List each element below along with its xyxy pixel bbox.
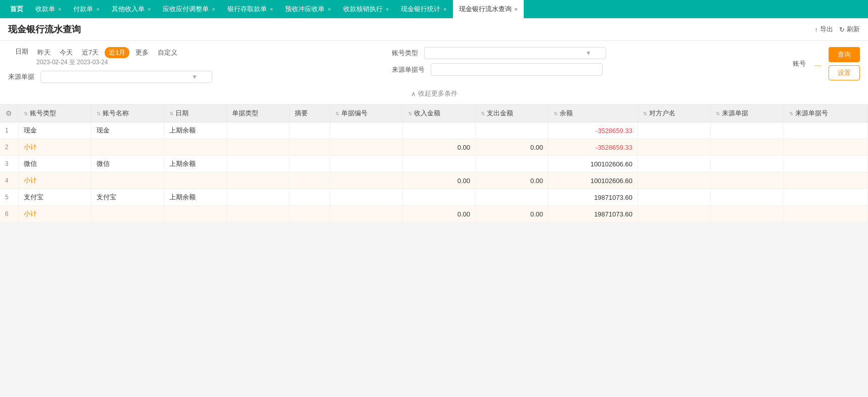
cell-expense: 0.00 bbox=[476, 139, 549, 156]
close-icon[interactable]: × bbox=[212, 6, 215, 12]
settings-button[interactable]: 设置 bbox=[829, 65, 860, 80]
query-button[interactable]: 查询 bbox=[829, 47, 860, 62]
close-icon[interactable]: × bbox=[386, 6, 389, 12]
cell-source-doc bbox=[711, 206, 784, 223]
sort-icon: ⇅ bbox=[554, 111, 558, 116]
close-icon[interactable]: × bbox=[148, 6, 151, 12]
row-number: 3 bbox=[0, 156, 18, 172]
nav-tab-5[interactable]: 预收冲应收单 × bbox=[279, 0, 337, 18]
cell-source-doc-no bbox=[784, 206, 867, 223]
cell-expense: 0.00 bbox=[476, 172, 549, 189]
nav-tab-7[interactable]: 现金银行统计 × bbox=[395, 0, 452, 18]
date-btn-yesterday[interactable]: 昨天 bbox=[34, 47, 54, 58]
cell-expense bbox=[476, 189, 549, 206]
cell-source-doc-no bbox=[784, 122, 867, 139]
row-number: 6 bbox=[0, 206, 18, 223]
nav-tab-8[interactable]: 现金银行流水查询 × bbox=[453, 0, 524, 18]
cell-balance: -3528659.33 bbox=[549, 122, 638, 139]
chevron-down-icon: ▼ bbox=[585, 50, 591, 57]
cell-counterparty bbox=[638, 206, 711, 223]
cell-summary bbox=[289, 139, 330, 156]
cell-expense bbox=[476, 156, 549, 172]
close-icon[interactable]: × bbox=[443, 6, 446, 12]
close-icon[interactable]: × bbox=[58, 6, 61, 12]
cell-doc-no bbox=[330, 122, 402, 139]
column-income[interactable]: ⇅收入金额 bbox=[402, 105, 475, 122]
cell-account-type: 小计 bbox=[18, 139, 91, 156]
date-btn-more[interactable]: 更多 bbox=[132, 47, 152, 58]
cell-balance: 19871073.60 bbox=[549, 189, 638, 206]
column-doc-type: 单据类型 bbox=[226, 105, 289, 122]
cell-account-name bbox=[91, 172, 164, 189]
cell-doc-type bbox=[226, 156, 289, 172]
cell-date bbox=[164, 139, 227, 156]
gear-icon[interactable]: ⚙ bbox=[6, 109, 12, 117]
close-icon[interactable]: × bbox=[515, 6, 518, 12]
source-doc-no-label: 来源单据号 bbox=[392, 65, 425, 74]
sort-icon: ⇅ bbox=[481, 111, 485, 116]
account-type-select[interactable]: ▼ bbox=[424, 47, 606, 59]
cell-source-doc-no bbox=[784, 139, 867, 156]
cell-account-type: 支付宝 bbox=[18, 189, 91, 206]
source-doc-no-input[interactable] bbox=[431, 63, 603, 76]
source-doc-select[interactable]: ▼ bbox=[40, 71, 212, 83]
sort-icon: ⇅ bbox=[643, 111, 647, 116]
cell-balance: 100102606.60 bbox=[549, 172, 638, 189]
account-dots-button[interactable]: ... bbox=[812, 59, 825, 68]
data-table-container: ⚙ ⇅账号类型 ⇅账号名称 ⇅日期 单据类型 摘要 ⇅单据编号 ⇅收入金额 bbox=[0, 105, 868, 223]
cell-summary bbox=[289, 156, 330, 172]
cell-balance: -3528659.33 bbox=[549, 139, 638, 156]
cell-source-doc-no bbox=[784, 189, 867, 206]
date-label: 日期 bbox=[8, 47, 28, 56]
cell-summary bbox=[289, 172, 330, 189]
date-btn-7days[interactable]: 近7天 bbox=[79, 47, 102, 58]
nav-tab-2[interactable]: 其他收入单 × bbox=[106, 0, 157, 18]
cell-source-doc-no bbox=[784, 156, 867, 172]
cell-doc-no bbox=[330, 172, 402, 189]
date-btn-1month[interactable]: 近1月 bbox=[105, 47, 129, 58]
collapse-button[interactable]: ∧ 收起更多条件 bbox=[411, 89, 458, 98]
column-date[interactable]: ⇅日期 bbox=[164, 105, 227, 122]
nav-home[interactable]: 首页 bbox=[4, 0, 29, 18]
column-source-doc-no[interactable]: ⇅来源单据号 bbox=[784, 105, 867, 122]
table-row: 3微信微信上期余额100102606.60 bbox=[0, 156, 868, 172]
page-title: 现金银行流水查询 bbox=[8, 23, 81, 35]
cell-doc-type bbox=[226, 206, 289, 223]
cell-income bbox=[402, 156, 475, 172]
date-btn-custom[interactable]: 自定义 bbox=[155, 47, 180, 58]
date-btn-today[interactable]: 今天 bbox=[57, 47, 76, 58]
cell-summary bbox=[289, 206, 330, 223]
column-account-name[interactable]: ⇅账号名称 bbox=[91, 105, 164, 122]
nav-tab-0[interactable]: 收款单 × bbox=[29, 0, 67, 18]
export-button[interactable]: ↑ 导出 bbox=[815, 25, 834, 34]
close-icon[interactable]: × bbox=[328, 6, 331, 12]
nav-tab-3[interactable]: 应收应付调整单 × bbox=[157, 0, 221, 18]
page-header: 现金银行流水查询 ↑ 导出 ↻ 刷新 bbox=[0, 18, 868, 41]
row-number: 1 bbox=[0, 122, 18, 139]
table-row: 2小计0.000.00-3528659.33 bbox=[0, 139, 868, 156]
cell-balance: 19871073.60 bbox=[549, 206, 638, 223]
column-balance[interactable]: ⇅余额 bbox=[549, 105, 638, 122]
column-doc-no[interactable]: ⇅单据编号 bbox=[330, 105, 402, 122]
refresh-button[interactable]: ↻ 刷新 bbox=[839, 25, 860, 34]
cell-doc-type bbox=[226, 172, 289, 189]
column-source-doc[interactable]: ⇅来源单据 bbox=[711, 105, 784, 122]
nav-tab-6[interactable]: 收款核销执行 × bbox=[337, 0, 395, 18]
date-options: 昨天 今天 近7天 近1月 更多 自定义 bbox=[34, 47, 180, 58]
cell-doc-type bbox=[226, 189, 289, 206]
cell-summary bbox=[289, 189, 330, 206]
column-account-type[interactable]: ⇅账号类型 bbox=[18, 105, 91, 122]
column-counterparty[interactable]: ⇅对方户名 bbox=[638, 105, 711, 122]
close-icon[interactable]: × bbox=[96, 6, 99, 12]
sort-icon: ⇅ bbox=[335, 111, 339, 116]
column-settings[interactable]: ⚙ bbox=[0, 105, 18, 122]
column-expense[interactable]: ⇅支出金额 bbox=[476, 105, 549, 122]
nav-tab-4[interactable]: 银行存取款单 × bbox=[221, 0, 279, 18]
row-number: 2 bbox=[0, 139, 18, 156]
cell-source-doc-no bbox=[784, 172, 867, 189]
nav-tab-1[interactable]: 付款单 × bbox=[67, 0, 105, 18]
cell-summary bbox=[289, 122, 330, 139]
row-number: 5 bbox=[0, 189, 18, 206]
close-icon[interactable]: × bbox=[270, 6, 273, 12]
cell-doc-type bbox=[226, 139, 289, 156]
